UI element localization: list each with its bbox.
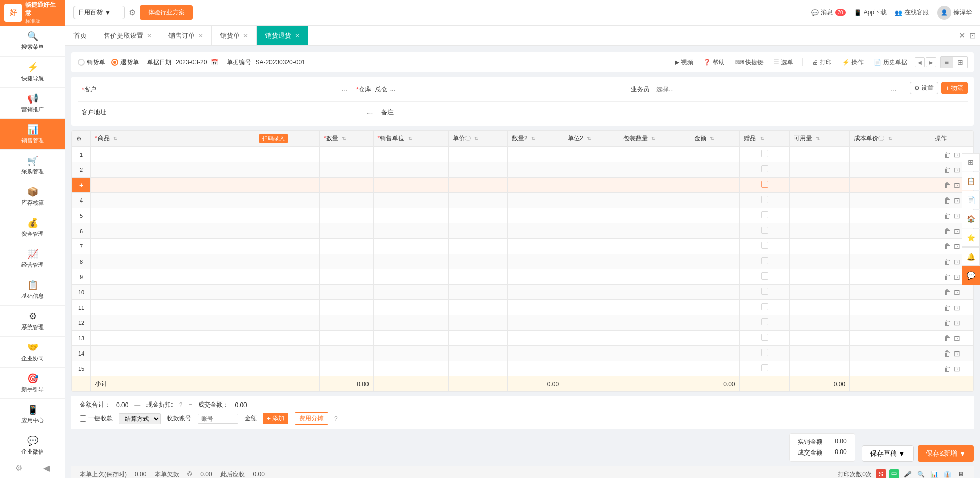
- next-btn[interactable]: ▶: [926, 57, 936, 67]
- copy-row-btn[interactable]: ⊡: [954, 150, 960, 159]
- warehouse-select-btn[interactable]: ···: [389, 86, 396, 94]
- one-click-pay-input[interactable]: [80, 415, 86, 422]
- active-row-pack-qty[interactable]: [619, 178, 690, 193]
- sidebar-item-operations[interactable]: 📈 经营管理: [0, 243, 65, 274]
- copy-row-btn[interactable]: ⊡: [954, 334, 960, 342]
- collapse-btn[interactable]: ◀: [43, 463, 50, 473]
- delete-active-row-btn[interactable]: 🗑: [944, 181, 951, 189]
- delete-row-btn[interactable]: 🗑: [944, 319, 951, 327]
- save-new-dropdown-icon[interactable]: ▼: [959, 450, 966, 458]
- table-scroll[interactable]: ⚙ *商品 ⇅ 扫码录入: [71, 130, 974, 392]
- settings-btn[interactable]: ⚙ 设置: [910, 82, 938, 94]
- row-price[interactable]: [448, 162, 507, 178]
- copy-row-btn[interactable]: ⊡: [954, 304, 960, 312]
- copy-row-btn[interactable]: ⊡: [954, 227, 960, 235]
- delete-row-btn[interactable]: 🗑: [944, 365, 951, 373]
- add-row-btn-cell[interactable]: +: [72, 178, 91, 193]
- tab-price-setting-close[interactable]: ✕: [146, 32, 152, 39]
- gift-sort-icon[interactable]: ⇅: [760, 136, 764, 141]
- copy-row-btn[interactable]: ⊡: [954, 242, 960, 250]
- row-unit2[interactable]: [564, 147, 619, 162]
- row-cost[interactable]: [850, 147, 930, 162]
- active-row-available[interactable]: [789, 178, 849, 193]
- gift-checkbox[interactable]: [761, 165, 768, 172]
- row-price[interactable]: [448, 147, 507, 162]
- tab-close-all-btn[interactable]: ✕: [959, 31, 965, 40]
- online-service-btn[interactable]: 👥 在线客服: [895, 8, 929, 17]
- rfb-5[interactable]: ⭐: [962, 229, 980, 247]
- tab-sales-delivery[interactable]: 销货单 ✕: [212, 26, 257, 45]
- active-row-cost[interactable]: [850, 178, 930, 193]
- tab-home[interactable]: 首页: [65, 26, 95, 45]
- save-draft-btn[interactable]: 保存草稿 ▼: [862, 445, 914, 462]
- sidebar-item-purchase[interactable]: 🛒 采购管理: [0, 150, 65, 181]
- scan-btn[interactable]: 扫码录入: [259, 134, 288, 143]
- tool-icon-6[interactable]: 👔: [942, 469, 952, 478]
- cost-sort-icon[interactable]: ⇅: [888, 136, 892, 141]
- delete-row-btn[interactable]: 🗑: [944, 212, 951, 220]
- row-qty[interactable]: [320, 162, 374, 178]
- sidebar-item-system[interactable]: ⚙ 系统管理: [0, 306, 65, 337]
- row-gift[interactable]: [740, 147, 789, 162]
- salesperson-select-btn[interactable]: ···: [891, 86, 897, 94]
- active-row-unit[interactable]: [373, 178, 448, 193]
- row-qty2[interactable]: [508, 162, 564, 178]
- delete-row-btn[interactable]: 🗑: [944, 349, 951, 358]
- copy-row-btn[interactable]: ⊡: [954, 273, 960, 281]
- delete-row-btn[interactable]: 🗑: [944, 227, 951, 235]
- add-payment-btn[interactable]: + 添加: [263, 413, 288, 424]
- delete-row-btn[interactable]: 🗑: [944, 196, 951, 205]
- sidebar-item-shortcut[interactable]: ⚡ 快捷导航: [0, 57, 65, 88]
- product-sort-icon[interactable]: ⇅: [113, 136, 117, 141]
- select-btn[interactable]: ☰ 选单: [771, 57, 796, 68]
- active-row-price[interactable]: [448, 178, 507, 193]
- sidebar-item-sales[interactable]: 📊 销售管理: [0, 119, 65, 150]
- save-new-btn[interactable]: 保存&新增 ▼: [918, 445, 974, 462]
- row-amount[interactable]: [690, 147, 740, 162]
- delete-row-btn[interactable]: 🗑: [944, 150, 951, 159]
- delete-row-btn[interactable]: 🗑: [944, 334, 951, 342]
- price-sort-icon[interactable]: ⇅: [474, 136, 478, 141]
- row-pack-qty[interactable]: [619, 147, 690, 162]
- salesperson-input[interactable]: [653, 85, 891, 94]
- add-row-btn[interactable]: +: [76, 180, 86, 190]
- settlement-select[interactable]: 结算方式: [119, 413, 161, 424]
- trial-btn[interactable]: 体验行业方案: [140, 5, 193, 20]
- rfb-3[interactable]: 📄: [962, 191, 980, 209]
- grid-view-btn[interactable]: ⊞: [953, 57, 967, 68]
- sidebar-item-guide[interactable]: 🎯 新手引导: [0, 368, 65, 399]
- customer-input[interactable]: [101, 85, 342, 94]
- row-cost[interactable]: [850, 162, 930, 178]
- row-available[interactable]: [789, 147, 849, 162]
- tab-sales-delivery-close[interactable]: ✕: [243, 32, 248, 39]
- tab-expand-btn[interactable]: ⊡: [969, 31, 976, 40]
- sidebar-item-wechat[interactable]: 💬 企业微信: [0, 430, 65, 458]
- tool-icon-7[interactable]: 🖥: [955, 469, 966, 478]
- tool-icon-4[interactable]: 🔍: [916, 469, 926, 478]
- radio-return[interactable]: 退货单: [111, 58, 139, 67]
- draft-dropdown-icon[interactable]: ▼: [899, 450, 905, 458]
- list-view-btn[interactable]: ≡: [941, 57, 953, 68]
- unit2-sort-icon[interactable]: ⇅: [587, 136, 591, 141]
- delete-row-btn[interactable]: 🗑: [944, 304, 951, 312]
- sidebar-item-marketing[interactable]: 📢 营销推广: [0, 88, 65, 119]
- logistics-btn[interactable]: + 物流: [941, 82, 968, 94]
- customer-select-btn[interactable]: ···: [341, 86, 348, 94]
- row-gift[interactable]: [740, 162, 789, 178]
- history-btn[interactable]: 📄 历史单据: [871, 57, 911, 68]
- unit-sort-icon[interactable]: ⇅: [408, 136, 412, 141]
- copy-active-row-btn[interactable]: ⊡: [954, 181, 960, 189]
- active-row-product-input[interactable]: [95, 181, 251, 189]
- copy-row-btn[interactable]: ⊡: [954, 166, 960, 174]
- active-row-unit2[interactable]: [564, 178, 619, 193]
- row-unit2[interactable]: [564, 162, 619, 178]
- cost-info-icon[interactable]: ⓘ: [878, 135, 884, 141]
- tool-icon-5[interactable]: 📊: [929, 469, 939, 478]
- copy-row-btn[interactable]: ⊡: [954, 365, 960, 373]
- tab-sales-return[interactable]: 销货退货 ✕: [257, 26, 308, 45]
- rfb-4[interactable]: 🏠: [962, 210, 980, 228]
- row-amount[interactable]: [690, 162, 740, 178]
- row-product[interactable]: [91, 162, 255, 178]
- delete-row-btn[interactable]: 🗑: [944, 258, 951, 266]
- fee-help-icon[interactable]: ?: [334, 415, 338, 422]
